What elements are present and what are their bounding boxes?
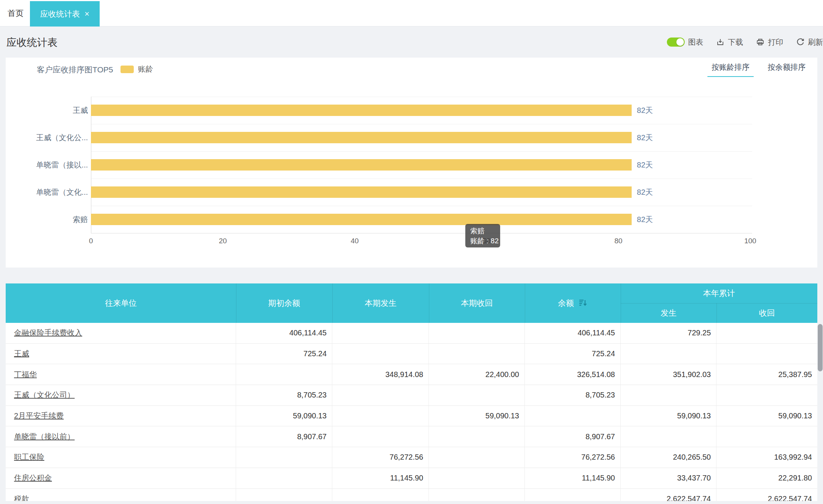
download-button[interactable]: 下载 (716, 37, 743, 47)
download-icon (716, 38, 724, 46)
table-row: 住房公积金11,145.9011,145.9033,437.7022,291.8… (6, 468, 817, 489)
legend-item-age[interactable]: 账龄 (120, 64, 153, 74)
amount-cell (429, 468, 525, 488)
header-divider (525, 283, 525, 323)
col-header-ytd-incurred: 发生 (621, 303, 717, 323)
amount-cell: 22,400.00 (429, 364, 525, 385)
amount-cell (717, 385, 817, 405)
chart-sort-tabs: 按账龄排序 按余额排序 (707, 62, 810, 77)
amount-cell (429, 344, 525, 364)
tab-receivable-stats[interactable]: 应收统计表 × (30, 1, 100, 27)
col-header-ytd-received: 收回 (717, 303, 817, 323)
partner-link[interactable]: 王威 (6, 344, 236, 364)
bar-value-label: 82天 (637, 133, 653, 143)
amount-cell: 725.24 (236, 344, 332, 364)
amount-cell (525, 406, 621, 426)
col-header-opening-balance: 期初余额 (236, 283, 332, 323)
chart-toggle-label: 图表 (688, 37, 703, 47)
amount-cell: 326,514.08 (525, 364, 621, 385)
table-row: 王威725.24725.24 (6, 344, 817, 365)
amount-cell: 8,705.23 (236, 385, 332, 405)
refresh-button[interactable]: 刷新 (796, 37, 823, 47)
partner-link[interactable]: 王威（文化公司） (6, 385, 236, 405)
toggle-knob (676, 38, 684, 46)
amount-cell (332, 406, 429, 426)
x-axis-tick: 40 (350, 237, 358, 245)
partner-link[interactable]: 职工保险 (6, 447, 236, 468)
sort-descending-icon[interactable] (578, 297, 588, 309)
amount-cell: 406,114.45 (525, 323, 621, 343)
header-divider (621, 303, 817, 304)
partner-link[interactable]: 单晓雷（接以前） (6, 426, 236, 447)
bar[interactable] (91, 132, 632, 143)
amount-cell (236, 447, 332, 468)
tab-home-label: 首页 (8, 8, 23, 19)
category-label: 单晓雷（接以... (12, 160, 88, 170)
amount-cell (332, 344, 429, 364)
amount-cell: 59,090.13 (621, 406, 717, 426)
tooltip-value: 账龄 : 82 (470, 236, 500, 246)
amount-cell (717, 344, 817, 364)
amount-cell: 59,090.13 (429, 406, 525, 426)
amount-cell (332, 385, 429, 405)
amount-cell: 351,902.03 (621, 364, 717, 385)
header-controls: 图表 下载 打印 刷新 (667, 27, 823, 58)
amount-cell (332, 426, 429, 447)
bar-value-label: 82天 (637, 214, 653, 225)
amount-cell (429, 426, 525, 447)
vertical-scrollbar-thumb[interactable] (818, 324, 823, 371)
chart-toggle[interactable] (667, 38, 685, 47)
col-header-balance-label: 余额 (558, 298, 574, 308)
tab-close-icon[interactable]: × (84, 10, 89, 18)
amount-cell: 406,114.45 (236, 323, 332, 343)
chart-plot: 客户应收排序图TOP5 账龄 按账龄排序 按余额排序 索赔 账龄 : 82 王威… (6, 58, 817, 268)
amount-cell: 25,387.95 (717, 364, 817, 385)
amount-cell (621, 426, 717, 447)
chart-card: 客户应收排序图TOP5 账龄 按账龄排序 按余额排序 索赔 账龄 : 82 王威… (6, 58, 817, 268)
chart-title: 客户应收排序图TOP5 (37, 64, 113, 75)
category-split-line (91, 178, 752, 179)
partner-link[interactable]: 金融保险手续费收入 (6, 323, 236, 343)
print-icon (756, 38, 765, 46)
table-row: 王威（文化公司）8,705.238,705.23 (6, 385, 817, 406)
amount-cell: 348,914.08 (332, 364, 429, 385)
partner-link[interactable]: 住房公积金 (6, 468, 236, 488)
amount-cell: 33,437.70 (621, 468, 717, 488)
col-header-balance[interactable]: 余额 (525, 283, 621, 323)
col-header-period-incurred: 本期发生 (332, 283, 429, 323)
bar[interactable] (91, 186, 632, 198)
print-button[interactable]: 打印 (756, 37, 783, 47)
category-label: 王威 (12, 105, 88, 116)
bar[interactable] (91, 105, 632, 116)
amount-cell (429, 447, 525, 468)
bar-value-label: 82天 (637, 105, 653, 116)
bar[interactable] (91, 159, 632, 171)
amount-cell: 8,907.67 (236, 426, 332, 447)
category-split-line (91, 206, 752, 206)
amount-cell: 22,291.80 (717, 468, 817, 488)
amount-cell: 76,272.56 (332, 447, 429, 468)
table-header: 往来单位 期初余额 本期发生 本期收回 余额 本年累计 发生 收回 (6, 283, 817, 323)
amount-cell: 59,090.13 (717, 406, 817, 426)
tab-home[interactable]: 首页 (8, 0, 23, 27)
amount-cell: 11,145.90 (525, 468, 621, 488)
col-header-partner: 往来单位 (6, 283, 236, 323)
tab-active-label: 应收统计表 (40, 9, 80, 19)
amount-cell (332, 323, 429, 343)
sort-by-balance-tab[interactable]: 按余额排序 (764, 62, 810, 77)
chart-toggle-group: 图表 (667, 37, 703, 47)
bar[interactable] (91, 214, 632, 225)
receivable-table: 往来单位 期初余额 本期发生 本期收回 余额 本年累计 发生 收回 金融保险手续… (6, 283, 817, 504)
table-body: 金融保险手续费收入406,114.45406,114.45729.25王威725… (6, 323, 817, 504)
category-label: 索赔 (12, 214, 88, 225)
table-row: 丁福华348,914.0822,400.00326,514.08351,902.… (6, 364, 817, 385)
amount-cell (717, 426, 817, 447)
header-divider (332, 283, 333, 323)
amount-cell (236, 468, 332, 488)
amount-cell (621, 385, 717, 405)
sort-by-age-tab[interactable]: 按账龄排序 (707, 62, 754, 77)
partner-link[interactable]: 2月平安手续费 (6, 406, 236, 426)
x-axis-tick: 100 (744, 237, 756, 245)
partner-link[interactable]: 丁福华 (6, 364, 236, 385)
table-row: 职工保险76,272.5676,272.56240,265.50163,992.… (6, 447, 817, 468)
